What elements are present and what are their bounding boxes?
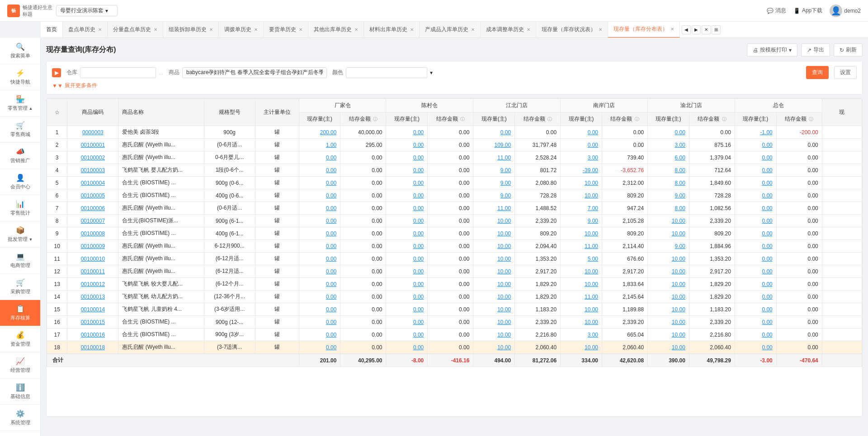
cell-jb-qty[interactable]: 10.00 [473, 240, 515, 253]
cell-yb-qty[interactable]: 10.00 [648, 227, 689, 240]
cell-c-qty[interactable]: 0.00 [386, 265, 428, 278]
tab-5[interactable]: 要货单历史 ✕ [264, 22, 308, 38]
cell-f-qty[interactable]: 0.00 [299, 328, 340, 341]
cell-jb-qty[interactable]: 11.00 [473, 151, 515, 164]
refresh-button[interactable]: ↻ 刷新 [834, 43, 863, 56]
c-amt-info-icon[interactable]: ⓘ [460, 117, 465, 122]
cell-jb-qty[interactable]: 10.00 [473, 291, 515, 303]
cell-c-qty[interactable]: 0.00 [386, 164, 428, 177]
cell-z-qty[interactable]: 0.00 [735, 189, 776, 202]
sidebar-item-member[interactable]: 👤 会员中心 [0, 169, 40, 195]
message-button[interactable]: 💬 消息 [767, 7, 786, 14]
cell-yb-qty[interactable]: 8.00 [648, 164, 689, 177]
warehouse-input[interactable] [80, 67, 156, 78]
cell-yb-qty[interactable]: 10.00 [648, 341, 689, 354]
cell-f-qty[interactable]: 0.00 [299, 227, 340, 240]
cell-na-qty[interactable]: 10.00 [561, 303, 602, 316]
cell-na-qty[interactable]: 11.00 [561, 291, 602, 303]
cell-z-qty[interactable]: 0.00 [735, 253, 776, 265]
filter-toggle-button[interactable]: ▶ [52, 68, 61, 77]
tab-7[interactable]: 材料出库单历史 ✕ [364, 22, 420, 38]
cell-yb-qty[interactable]: 9.00 [648, 189, 689, 202]
yb-amt-info-icon[interactable]: ⓘ [722, 117, 726, 122]
user-menu[interactable]: 👤 demo2 [830, 5, 861, 17]
cell-z-qty[interactable]: 0.00 [735, 240, 776, 253]
tab-home[interactable]: 首页 [41, 22, 63, 38]
cell-yb-qty[interactable]: 8.00 [648, 177, 689, 189]
cell-na-qty[interactable]: 10.00 [561, 265, 602, 278]
th-settings[interactable]: ☆ [47, 99, 67, 126]
cell-c-qty[interactable]: 0.00 [386, 278, 428, 291]
cell-code[interactable]: 00100012 [67, 278, 118, 291]
cell-code[interactable]: 0000003 [67, 126, 118, 139]
sidebar-item-retail-mall[interactable]: 🛒 零售商城 [0, 117, 40, 143]
cell-yb-qty[interactable]: 3.00 [648, 139, 689, 151]
cell-z-qty[interactable]: 0.00 [735, 202, 776, 215]
cell-jb-qty[interactable]: 10.00 [473, 253, 515, 265]
cell-c-qty[interactable]: 0.00 [386, 215, 428, 227]
cell-z-qty[interactable]: -1.00 [735, 126, 776, 139]
close-tab-9[interactable]: ✕ [527, 27, 530, 32]
company-selector[interactable]: 母婴行业演示陈套 ▾ [56, 5, 118, 16]
cell-code[interactable]: 00100011 [67, 265, 118, 278]
cell-f-qty[interactable]: 0.00 [299, 265, 340, 278]
cell-code[interactable]: 00100004 [67, 177, 118, 189]
cell-f-qty[interactable]: 0.00 [299, 316, 340, 328]
sidebar-item-system[interactable]: ⚙️ 系统管理 [0, 405, 40, 431]
cell-code[interactable]: 00100008 [67, 227, 118, 240]
sidebar-item-operations[interactable]: 📈 经营管理 [0, 352, 40, 379]
cell-z-qty[interactable]: 0.00 [735, 328, 776, 341]
cell-jb-qty[interactable]: 10.00 [473, 227, 515, 240]
tab-11[interactable]: 现存量（库存分布表） ✕ [608, 22, 680, 38]
cell-yb-qty[interactable]: 0.00 [648, 126, 689, 139]
cell-f-qty[interactable]: 0.00 [299, 341, 340, 354]
cell-c-qty[interactable]: 0.00 [386, 291, 428, 303]
cell-code[interactable]: 00100016 [67, 328, 118, 341]
cell-f-qty[interactable]: 0.00 [299, 303, 340, 316]
cell-z-qty[interactable]: 0.00 [735, 265, 776, 278]
cell-jb-qty[interactable]: 0.00 [473, 126, 515, 139]
cell-f-qty[interactable]: 0.00 [299, 202, 340, 215]
cell-jb-qty[interactable]: 10.00 [473, 265, 515, 278]
na-amt-info-icon[interactable]: ⓘ [635, 117, 639, 122]
sidebar-item-finance[interactable]: 💰 资金管理 [0, 326, 40, 352]
cell-na-qty[interactable]: 11.00 [561, 240, 602, 253]
sidebar-item-inventory[interactable]: 📋 库存核算 [0, 300, 40, 326]
cell-code[interactable]: 00100010 [67, 253, 118, 265]
cell-yb-qty[interactable]: 10.00 [648, 303, 689, 316]
cell-na-qty[interactable]: 10.00 [561, 177, 602, 189]
close-tab-5[interactable]: ✕ [299, 27, 302, 32]
cell-jb-qty[interactable]: 10.00 [473, 341, 515, 354]
cell-f-qty[interactable]: 0.00 [299, 240, 340, 253]
cell-f-qty[interactable]: 0.00 [299, 189, 340, 202]
cell-c-qty[interactable]: 0.00 [386, 316, 428, 328]
cell-na-qty[interactable]: 0.00 [561, 126, 602, 139]
cell-na-qty[interactable]: 7.00 [561, 202, 602, 215]
cell-na-qty[interactable]: 10.00 [561, 189, 602, 202]
cell-jb-qty[interactable]: 9.00 [473, 164, 515, 177]
cell-jb-qty[interactable]: 109.00 [473, 139, 515, 151]
tab-10[interactable]: 现存量（库存状况表） ✕ [536, 22, 608, 38]
cell-z-qty[interactable]: 0.00 [735, 227, 776, 240]
cell-c-qty[interactable]: 0.00 [386, 328, 428, 341]
cell-f-qty[interactable]: 0.00 [299, 164, 340, 177]
cell-yb-qty[interactable]: 10.00 [648, 265, 689, 278]
close-tab-2[interactable]: ✕ [154, 27, 157, 32]
cell-z-qty[interactable]: 0.00 [735, 139, 776, 151]
cell-yb-qty[interactable]: 8.00 [648, 202, 689, 215]
cell-z-qty[interactable]: 0.00 [735, 303, 776, 316]
cell-jb-qty[interactable]: 9.00 [473, 177, 515, 189]
cell-c-qty[interactable]: 0.00 [386, 151, 428, 164]
cell-code[interactable]: 00100009 [67, 240, 118, 253]
cell-jb-qty[interactable]: 10.00 [473, 316, 515, 328]
sidebar-item-purchase[interactable]: 🛒 采购管理 [0, 274, 40, 300]
nav-close-button[interactable]: ✕ [702, 25, 711, 34]
cell-z-qty[interactable]: 0.00 [735, 164, 776, 177]
cell-yb-qty[interactable]: 6.00 [648, 151, 689, 164]
jb-amt-info-icon[interactable]: ⓘ [547, 117, 552, 122]
close-tab-3[interactable]: ✕ [209, 27, 213, 32]
cell-jb-qty[interactable]: 9.00 [473, 189, 515, 202]
cell-c-qty[interactable]: 0.00 [386, 227, 428, 240]
cell-na-qty[interactable]: 10.00 [561, 227, 602, 240]
cell-c-qty[interactable]: 0.00 [386, 240, 428, 253]
